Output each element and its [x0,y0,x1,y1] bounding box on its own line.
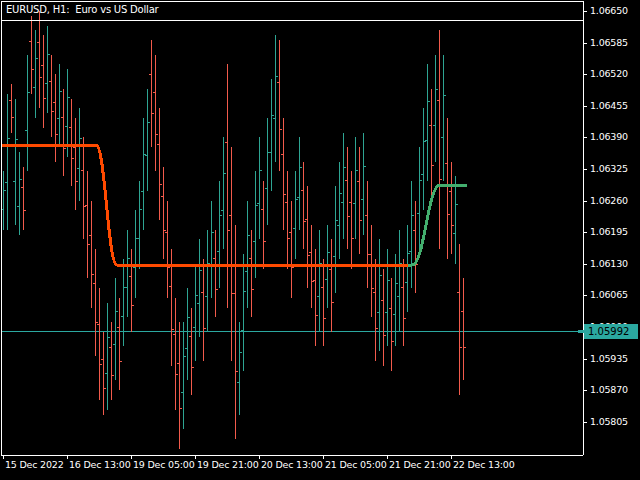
green-step-line-indicator [408,185,467,265]
chart-frame [1,1,587,459]
time-axis-label: 16 Dec 13:00 [69,459,131,471]
current-price-badge: 1.05992 [584,324,638,339]
up-bars [3,26,455,429]
chart-window: EURUSD, H1: Euro vs US Dollar 1.066501.0… [0,0,640,480]
chart-canvas[interactable] [0,0,640,480]
price-axis-label: 1.06325 [590,163,628,175]
time-axis-label: 22 Dec 13:00 [453,459,515,471]
price-axis-label: 1.06520 [590,68,628,80]
price-axis-label: 1.05870 [590,384,628,396]
down-bar-ticks [9,41,466,408]
price-axis-label: 1.06195 [590,226,628,238]
price-axis-label: 1.06065 [590,289,628,301]
time-axis[interactable]: 15 Dec 202216 Dec 13:0019 Dec 05:0019 De… [0,455,640,480]
price-axis-label: 1.06130 [590,258,628,270]
price-axis-label: 1.06260 [590,195,628,207]
price-axis-label: 1.06455 [590,100,628,112]
time-axis-label: 15 Dec 2022 [5,459,64,471]
price-axis[interactable]: 1.066501.065851.065201.064551.063901.063… [583,0,640,455]
up-bar-ticks [1,54,458,392]
price-axis-label: 1.05805 [590,416,628,428]
time-axis-label: 19 Dec 05:00 [133,459,195,471]
price-axis-label: 1.06585 [590,37,628,49]
time-axis-label: 21 Dec 05:00 [325,459,387,471]
time-axis-label: 21 Dec 21:00 [389,459,451,471]
price-badge-notch [578,330,585,333]
price-axis-label: 1.06650 [590,5,628,17]
time-axis-label: 19 Dec 21:00 [197,459,259,471]
price-axis-label: 1.06390 [590,131,628,143]
down-bars [11,11,463,449]
price-axis-label: 1.05935 [590,353,628,365]
time-axis-label: 20 Dec 13:00 [261,459,323,471]
chart-title: EURUSD, H1: Euro vs US Dollar [6,4,159,15]
